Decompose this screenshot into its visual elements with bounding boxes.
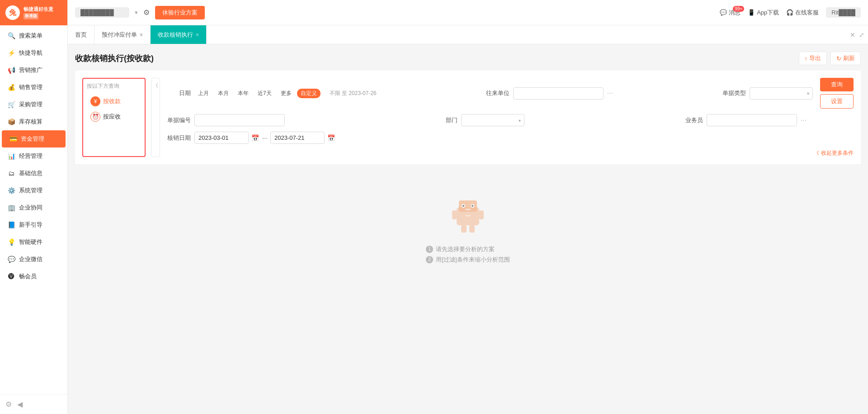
form-action-buttons: 查询 设置: [820, 78, 854, 109]
sidebar: 兔 畅捷通好生意 标准版 🔍 搜索菜单 ⚡ 快捷导航 📢 营销推广 💰 销售管理…: [0, 0, 68, 414]
sidebar-item-operation-label: 经营管理: [19, 152, 42, 160]
svg-rect-7: [452, 210, 457, 219]
sidebar-item-member[interactable]: 🅥 畅会员: [0, 268, 67, 285]
date-this-month-button[interactable]: 本月: [214, 89, 232, 98]
voucher-no-label: 单据编号: [165, 116, 191, 124]
empty-illustration: [445, 191, 491, 237]
writeoff-date-end-input[interactable]: [270, 132, 325, 144]
sales-icon: 💰: [7, 84, 15, 91]
voucher-type-select[interactable]: [750, 87, 813, 100]
inventory-icon: 📦: [7, 118, 15, 125]
sidebar-nav: 🔍 搜索菜单 ⚡ 快捷导航 📢 营销推广 💰 销售管理 🛒 采购管理 📦 库存核…: [0, 25, 67, 394]
tab-home[interactable]: 首页: [68, 25, 94, 44]
tab-writeoff[interactable]: 收款核销执行 ×: [151, 25, 207, 44]
settings-icon[interactable]: ⚙: [5, 400, 12, 409]
writeoff-date-label: 核销日期: [165, 134, 191, 142]
sidebar-item-basic[interactable]: 🗂 基础信息: [0, 165, 67, 182]
sidebar-item-guide[interactable]: 📘 新手引导: [0, 216, 67, 233]
writeoff-date-end-cal-icon[interactable]: 📅: [327, 134, 335, 142]
dept-field: 部门: [445, 114, 524, 126]
solution-button[interactable]: 休验行业方案: [155, 6, 205, 19]
date-separator: —: [262, 134, 268, 141]
staff-dots-icon[interactable]: ···: [801, 116, 807, 124]
service-action[interactable]: 🎧 在线客服: [786, 9, 819, 17]
collapse-more-button[interactable]: 《 收起更多条件: [814, 149, 854, 157]
sidebar-item-inventory-label: 库存核算: [19, 118, 42, 126]
tab-home-label: 首页: [75, 31, 87, 39]
tab-expand-button[interactable]: ⤢: [859, 31, 864, 38]
tab-prepay[interactable]: 预付冲应付单 ×: [94, 25, 151, 44]
sidebar-item-operation[interactable]: 📊 经营管理: [0, 148, 67, 165]
writeoff-date-group: 📅 — 📅: [194, 132, 335, 144]
counterparty-field: 往来单位 ···: [486, 87, 613, 100]
collapse-more-section: 《 收起更多条件: [165, 149, 854, 157]
sidebar-item-purchase[interactable]: 🛒 采购管理: [0, 96, 67, 113]
collapse-more-icon: 《: [814, 149, 819, 157]
date-more-button[interactable]: 更多: [277, 89, 295, 98]
topbar-gear-icon[interactable]: ⚙: [143, 8, 150, 17]
tab-prepay-label: 预付冲应付单: [102, 31, 137, 39]
voucher-no-field: 单据编号: [165, 114, 285, 126]
topbar-user[interactable]: Rit████: [826, 7, 861, 18]
sidebar-item-search[interactable]: 🔍 搜索菜单: [0, 27, 67, 44]
query-button[interactable]: 查询: [820, 78, 854, 91]
filter-option-by-receipt[interactable]: ¥ 按收款: [87, 94, 141, 109]
topbar-chevron-icon[interactable]: ▾: [135, 9, 138, 16]
export-button[interactable]: ↑ 导出: [799, 52, 827, 65]
date-last-month-button[interactable]: 上月: [194, 89, 212, 98]
sidebar-item-wechat-label: 企业微信: [19, 255, 42, 263]
logo-icon: 兔: [5, 5, 20, 20]
refresh-button[interactable]: ↻ 刷新: [830, 52, 861, 65]
svg-rect-8: [479, 210, 484, 219]
writeoff-date-start-cal-icon[interactable]: 📅: [251, 134, 259, 142]
writeoff-date-start-input[interactable]: [194, 132, 249, 144]
export-icon: ↑: [805, 55, 808, 62]
settings-button[interactable]: 设置: [820, 94, 854, 109]
voucher-no-input[interactable]: [194, 114, 285, 126]
counterparty-input[interactable]: [513, 87, 604, 100]
refresh-icon: ↻: [836, 55, 841, 62]
sidebar-item-system[interactable]: ⚙️ 系统管理: [0, 182, 67, 199]
date-label: 日期: [165, 89, 191, 97]
filter-panel: 按以下方查询 ¥ 按收款 ⏰ 按应收: [82, 78, 146, 157]
dept-select[interactable]: [461, 114, 524, 126]
svg-rect-6: [465, 209, 471, 210]
sidebar-item-quick-nav[interactable]: ⚡ 快捷导航: [0, 44, 67, 62]
sidebar-item-marketing[interactable]: 📢 营销推广: [0, 62, 67, 79]
sidebar-item-enterprise[interactable]: 🏢 企业协同: [0, 199, 67, 216]
voucher-type-field: 单据类型: [722, 87, 813, 100]
topbar: ████████ ▾ ⚙ 休验行业方案 💬 消息 99+ 📱 App下载 🎧 在…: [68, 0, 868, 25]
date-this-year-button[interactable]: 本年: [234, 89, 252, 98]
empty-state: 1 请先选择要分析的方案 2 用[过滤]条件来缩小分析范围: [75, 164, 861, 292]
filter-row-3: 核销日期 📅 — 📅: [165, 132, 854, 144]
sidebar-item-enterprise-label: 企业协同: [19, 204, 42, 212]
svg-point-4: [462, 205, 464, 207]
counterparty-dots-icon[interactable]: ···: [607, 89, 613, 97]
sidebar-item-sales[interactable]: 💰 销售管理: [0, 79, 67, 96]
tab-close-all-button[interactable]: ✕: [850, 31, 855, 38]
filter-area: 按以下方查询 ¥ 按收款 ⏰ 按应收 《 日期: [75, 71, 861, 164]
tip-num-2: 2: [426, 256, 433, 263]
collapse-sidebar-icon[interactable]: ◀: [17, 400, 23, 409]
quick-dates: 上月 本月 本年 近7天 更多 自定义: [194, 89, 321, 98]
empty-tip-2: 2 用[过滤]条件来缩小分析范围: [426, 254, 509, 265]
app-label: App下载: [757, 9, 779, 17]
page-title: 收款核销执行(按收款): [75, 53, 154, 64]
sidebar-item-finance[interactable]: 💳 资金管理: [2, 130, 66, 148]
tab-prepay-close-icon[interactable]: ×: [140, 32, 143, 38]
tab-writeoff-close-icon[interactable]: ×: [196, 32, 199, 38]
filter-option-by-receivable[interactable]: ⏰ 按应收: [87, 109, 141, 124]
dept-label: 部门: [445, 116, 458, 124]
staff-input[interactable]: [707, 114, 797, 126]
filter-panel-collapse-button[interactable]: 《: [151, 78, 160, 157]
search-icon: 🔍: [7, 32, 15, 39]
sidebar-item-inventory[interactable]: 📦 库存核算: [0, 113, 67, 130]
message-action[interactable]: 💬 消息 99+: [720, 9, 741, 17]
page-header-actions: ↑ 导出 ↻ 刷新: [799, 52, 861, 65]
message-icon: 💬: [720, 9, 727, 16]
app-download-action[interactable]: 📱 App下载: [748, 9, 779, 17]
sidebar-item-hardware[interactable]: 💡 智能硬件: [0, 233, 67, 251]
sidebar-item-wechat[interactable]: 💬 企业微信: [0, 251, 67, 268]
date-no-limit: 不限 至 2023-07-26: [330, 90, 377, 97]
date-7days-button[interactable]: 近7天: [254, 89, 275, 98]
